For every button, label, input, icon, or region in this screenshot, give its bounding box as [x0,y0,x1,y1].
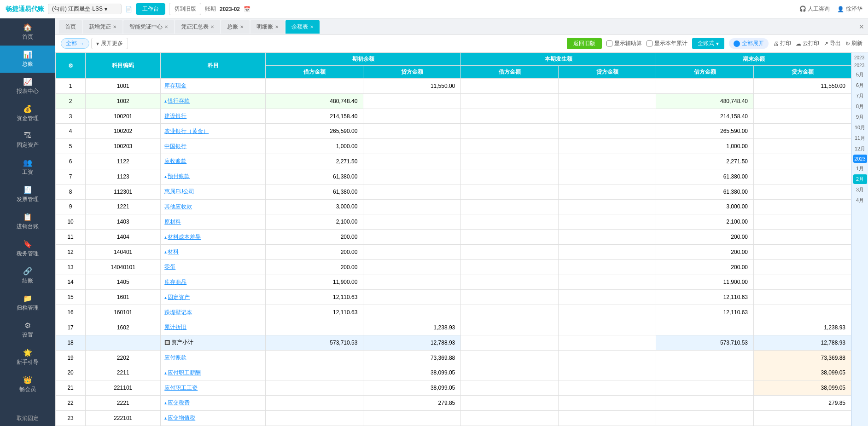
month-5-button[interactable]: 5月 [853,70,867,80]
close-new-voucher-icon[interactable]: ✕ [113,24,117,29]
account-name-link[interactable]: 累计折旧 [164,324,186,330]
year-2023-button[interactable]: 2023 [853,155,867,163]
sidebar-item-salary[interactable]: 👥 工资 [0,154,55,181]
sidebar-item-guide[interactable]: 🌟 新手引导 [0,344,55,371]
close-voucher-summary-icon[interactable]: ✕ [210,24,214,29]
row-name-14[interactable]: ▴固定资产 [161,290,266,305]
account-name-link[interactable]: 建设银行 [164,113,186,119]
tab-smart-center[interactable]: 智能凭证中心 ✕ [123,20,174,34]
close-smart-center-icon[interactable]: ✕ [164,24,168,29]
month-10-button[interactable]: 10月 [853,123,867,132]
sidebar-item-settings[interactable]: ⚙ 设置 [0,317,55,344]
month-12-button[interactable]: 12月 [853,144,867,154]
close-detail-account-icon[interactable]: ✕ [275,24,279,29]
account-name-link[interactable]: 原材料 [164,219,181,225]
row-name-7[interactable]: 惠属EU公司 [161,184,266,199]
sidebar-item-vip[interactable]: 👑 畅会员 [0,371,55,398]
row-name-12[interactable]: 零蛋 [161,259,266,275]
header-settings-icon[interactable]: ⚙ [56,53,86,79]
expand-more-button[interactable]: ▾ 展开更多 [91,38,128,49]
account-name-link[interactable]: 预付账款 [168,173,190,179]
sidebar-item-archive[interactable]: 📁 归档管理 [0,289,55,317]
account-name-link[interactable]: 应交税费 [168,399,190,406]
return-old-button[interactable]: 返回旧版 [567,38,602,49]
sidebar-item-invoice[interactable]: 🧾 发票管理 [0,181,55,208]
month-4-button[interactable]: 4月 [853,196,867,205]
account-name-link[interactable]: 材料 [168,248,179,255]
row-name-4[interactable]: 中国银行 [161,139,266,154]
row-name-20[interactable]: 应付职工工资 [161,380,266,396]
row-name-10[interactable]: ▴材料成本差异 [161,230,266,245]
month-7-button[interactable]: 7月 [853,91,867,101]
row-name-11[interactable]: ▴材料 [161,244,266,259]
tab-general-ledger[interactable]: 总账 ✕ [221,20,250,34]
account-name-link[interactable]: 跺堤墅记本 [164,309,192,316]
account-name-link[interactable]: 银行存款 [168,98,190,104]
sidebar-item-reports[interactable]: 📈 报表中心 [0,73,55,100]
sidebar-item-home[interactable]: 🏠 首页 [0,18,55,46]
row-name-17[interactable]: 🔲资产小计 [161,335,266,350]
account-name-link[interactable]: 材料成本差异 [168,234,201,240]
account-name-link[interactable]: 应付职工薪酬 [168,369,201,376]
show-aux-input[interactable] [606,40,612,46]
month-1-button[interactable]: 1月 [853,164,867,173]
sidebar-item-purchase[interactable]: 📋 进销台账 [0,208,55,235]
export-button[interactable]: ↗ 导出 [824,40,841,47]
expand-icon[interactable]: ▴ [164,400,167,405]
row-name-8[interactable]: 其他应收款 [161,199,266,214]
row-name-22[interactable]: ▴应交增值税 [161,410,266,426]
row-name-1[interactable]: ▴银行存款 [161,93,266,109]
row-name-9[interactable]: 原材料 [161,214,266,230]
consult-label[interactable]: 🎧 人工咨询 [799,5,830,13]
account-name-link[interactable]: 应付账款 [164,354,186,361]
row-name-16[interactable]: 累计折旧 [161,320,266,335]
expand-icon[interactable]: ▴ [164,370,167,375]
refresh-button[interactable]: ↻ 刷新 [845,40,862,47]
account-name-link[interactable]: 应付职工工资 [164,385,198,391]
sidebar-unpin-button[interactable]: 取消固定 [0,411,55,426]
month-3-button[interactable]: 3月 [853,185,867,195]
expand-icon[interactable]: ▴ [164,235,167,240]
row-name-2[interactable]: 建设银行 [161,109,266,124]
show-ytd-checkbox[interactable]: 显示本年累计 [647,40,687,47]
sidebar-item-assets[interactable]: 🏗 固定资产 [0,127,55,154]
account-name-link[interactable]: 其他应收款 [164,203,192,210]
account-name-link[interactable]: 农业银行（黄金） [164,128,209,134]
table-container[interactable]: ⚙ 科目编码 科目 期初余额 本期发生额 期末余额 借方金额 贷方金额 借方金额… [55,52,851,426]
month-6-button[interactable]: 6月 [853,81,867,90]
expand-icon[interactable]: ▴ [164,98,167,104]
sidebar-item-ledger[interactable]: 📊 总账 [0,46,55,73]
tab-new-voucher[interactable]: 新增凭证 ✕ [83,20,122,34]
print-button[interactable]: 🖨 打印 [773,40,791,47]
row-name-5[interactable]: 应收账款 [161,154,266,169]
tab-voucher-summary[interactable]: 凭证汇总表 ✕ [175,20,220,34]
sidebar-item-close[interactable]: 🔗 结账 [0,262,55,289]
month-9-button[interactable]: 9月 [853,112,867,122]
account-name-link[interactable]: 应收账款 [164,158,186,164]
avatar-area[interactable]: 👤 徐泽华 [837,5,862,13]
row-name-3[interactable]: 农业银行（黄金） [161,124,266,139]
tab-home[interactable]: 首页 [59,20,82,34]
sidebar-item-funds[interactable]: 💰 资金管理 [0,100,55,127]
sidebar-item-tax[interactable]: 🔖 税务管理 [0,235,55,262]
expand-icon[interactable]: ▴ [164,249,167,254]
close-all-tabs-button[interactable]: ✕ [859,23,864,30]
row-name-21[interactable]: ▴应交税费 [161,396,266,411]
cloud-print-button[interactable]: ☁ 云打印 [796,40,819,47]
account-name-link[interactable]: 零蛋 [164,264,175,270]
show-ytd-input[interactable] [647,40,652,46]
expand-icon[interactable]: ▴ [164,174,167,179]
close-balance-sheet-icon[interactable]: ✕ [310,24,314,29]
workbench-button[interactable]: 工作台 [136,3,165,15]
row-name-19[interactable]: ▴应付职工薪酬 [161,365,266,380]
account-name-link[interactable]: 中国银行 [164,143,186,150]
toggle-expand-button[interactable]: 全部展开 [729,38,769,49]
format-button[interactable]: 全账式 ▾ [692,38,724,49]
row-name-0[interactable]: 库存现金 [161,79,266,94]
account-name-link[interactable]: 惠属EU公司 [164,188,194,195]
tab-detail-account[interactable]: 明细账 ✕ [250,20,285,34]
close-general-ledger-icon[interactable]: ✕ [240,24,244,29]
row-name-13[interactable]: 库存商品 [161,275,266,290]
account-name-link[interactable]: 固定资产 [168,294,190,300]
calendar-icon[interactable]: 📅 [244,6,250,12]
